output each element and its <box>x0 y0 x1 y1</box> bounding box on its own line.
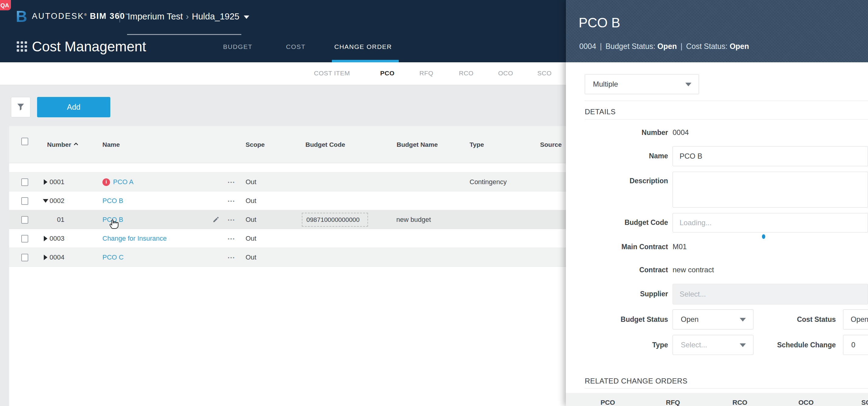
subtab-rfq[interactable]: RFQ <box>420 70 433 77</box>
table-row[interactable]: 0002 PCO B ••• Out <box>9 191 566 210</box>
column-header-type[interactable]: Type <box>470 135 484 154</box>
row-checkbox[interactable] <box>21 235 28 243</box>
pco-detail-panel: PCO B 0004|Budget Status: Open|Cost Stat… <box>566 0 868 406</box>
row-name-link[interactable]: Change for Insurance <box>102 235 167 243</box>
name-label: Name <box>566 152 668 160</box>
subtab-cost-item[interactable]: COST ITEM <box>314 70 350 77</box>
divider <box>585 388 868 389</box>
tab-budget[interactable]: BUDGET <box>223 43 253 51</box>
related-column-sco: SCO <box>861 399 868 406</box>
number-label: Number <box>566 129 668 137</box>
row-number: 0003 <box>45 229 64 248</box>
more-options-icon[interactable]: ••• <box>225 191 238 210</box>
table-row[interactable]: 0003 Change for Insurance ••• Out <box>9 229 566 248</box>
column-header-scope[interactable]: Scope <box>246 135 265 154</box>
budget-code-field[interactable] <box>673 213 868 232</box>
app-grid-icon[interactable] <box>17 41 29 54</box>
row-checkbox[interactable] <box>21 197 28 205</box>
column-header-budget-name[interactable]: Budget Name <box>397 135 438 154</box>
breadcrumb[interactable]: Imperium Test›Hulda_1925 <box>128 11 249 22</box>
tab-cost[interactable]: COST <box>286 43 305 51</box>
row-scope: Out <box>246 191 256 210</box>
budget-code-value[interactable]: 098710000000000 <box>302 213 368 227</box>
pco-table: Number Name Scope Budget Code Budget Nam… <box>9 126 566 406</box>
row-checkbox[interactable] <box>21 178 28 186</box>
view-selector-value: Multiple <box>593 80 618 88</box>
select-all-checkbox[interactable] <box>21 138 28 145</box>
description-label: Description <box>566 177 668 185</box>
row-number: 0004 <box>45 248 64 267</box>
row-checkbox[interactable] <box>21 216 28 224</box>
type-placeholder: Select... <box>681 341 707 349</box>
number-value: 0004 <box>673 128 689 137</box>
more-options-icon[interactable]: ••• <box>225 173 238 191</box>
alert-icon: i <box>102 178 110 186</box>
page-title: Cost Management <box>32 38 146 55</box>
bim360-logo-icon: B <box>16 9 27 24</box>
column-header-number[interactable]: Number <box>47 135 79 154</box>
detail-panel-header: PCO B 0004|Budget Status: Open|Cost Stat… <box>566 0 868 62</box>
budget-status-label: Budget Status <box>566 315 668 324</box>
edit-pencil-icon[interactable] <box>210 210 222 229</box>
more-options-icon[interactable]: ••• <box>225 248 238 267</box>
row-type: Contingency <box>470 173 507 191</box>
breadcrumb-current[interactable]: Hulda_1925 <box>192 11 239 21</box>
column-header-budget-code[interactable]: Budget Code <box>305 135 345 154</box>
table-row[interactable]: 0001 iPCO A ••• Out Contingency <box>9 173 566 191</box>
row-name-cell[interactable]: iPCO A <box>102 173 133 191</box>
caret-down-icon <box>685 83 691 86</box>
row-name-cell[interactable]: Change for Insurance <box>102 229 167 248</box>
supplier-field[interactable] <box>673 284 868 305</box>
main-region: QA B AUTODESK® BIM 360™ Imperium Test›Hu… <box>0 0 566 406</box>
brand-divider <box>119 11 120 23</box>
row-number: 0001 <box>45 173 64 191</box>
row-name-link[interactable]: PCO C <box>102 253 124 261</box>
budget-status-value: Open <box>681 315 699 324</box>
cost-status-value: Open <box>851 315 868 324</box>
cost-status-label: Cost Status <box>718 315 836 324</box>
subtab-sco[interactable]: SCO <box>537 70 552 77</box>
row-checkbox[interactable] <box>21 254 28 261</box>
breadcrumb-project[interactable]: Imperium Test <box>128 11 183 21</box>
row-name-cell[interactable]: PCO B <box>102 191 123 210</box>
budget-code-label: Budget Code <box>566 218 668 227</box>
related-section-heading: RELATED CHANGE ORDERS <box>585 377 687 385</box>
column-header-name[interactable]: Name <box>102 135 120 154</box>
detail-cost-status: Open <box>730 42 749 51</box>
schedule-change-field[interactable]: 0 <box>843 335 868 355</box>
more-options-icon[interactable]: ••• <box>225 229 238 248</box>
related-column-pco: PCO <box>600 399 615 406</box>
detail-budget-status: Open <box>657 42 677 51</box>
column-header-source[interactable]: Source <box>540 135 562 154</box>
row-name-link[interactable]: PCO A <box>113 178 133 186</box>
row-number: 0002 <box>45 191 64 210</box>
row-name-cell[interactable]: PCO C <box>102 248 124 267</box>
cost-status-dropdown[interactable]: Open <box>843 309 868 330</box>
caret-down-icon <box>244 15 249 19</box>
table-header-row: Number Name Scope Budget Code Budget Nam… <box>9 126 566 163</box>
table-row-child[interactable]: 01 PCO B ••• Out 098710000000000 new bud… <box>9 210 566 229</box>
budget-code-cell[interactable]: 098710000000000 <box>302 210 368 229</box>
filter-button[interactable] <box>11 97 30 117</box>
contract-label: Contract <box>566 266 668 274</box>
row-scope: Out <box>246 229 256 248</box>
subtab-rco[interactable]: RCO <box>459 70 473 77</box>
breadcrumb-underline <box>127 34 241 35</box>
name-field[interactable] <box>673 146 868 166</box>
description-field[interactable] <box>673 172 868 208</box>
subtab-oco[interactable]: OCO <box>498 70 513 77</box>
sort-ascending-icon <box>73 143 79 146</box>
row-scope: Out <box>246 210 256 229</box>
add-button[interactable]: Add <box>37 97 110 117</box>
related-table-header: PCO RFQ RCO OCO SCO <box>566 393 868 406</box>
bim360-cost-management-app: QA B AUTODESK® BIM 360™ Imperium Test›Hu… <box>0 0 868 406</box>
row-scope: Out <box>246 248 256 267</box>
table-row[interactable]: 0004 PCO C ••• Out <box>9 248 566 267</box>
subtab-pco[interactable]: PCO <box>380 70 395 77</box>
tab-change-order[interactable]: CHANGE ORDER <box>334 43 392 51</box>
more-options-icon[interactable]: ••• <box>225 210 238 229</box>
row-name-link[interactable]: PCO B <box>102 197 123 205</box>
row-budget-name: new budget <box>396 210 431 229</box>
row-scope: Out <box>246 173 256 191</box>
view-selector-dropdown[interactable]: Multiple <box>585 74 699 94</box>
